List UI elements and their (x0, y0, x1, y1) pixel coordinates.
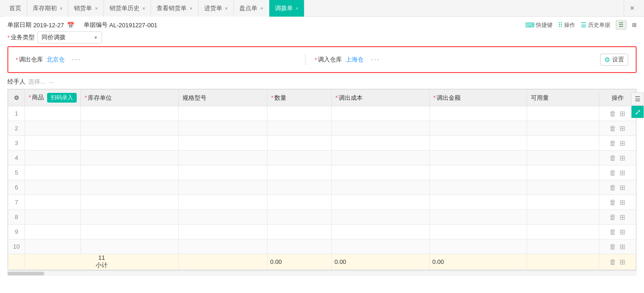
cell-qty[interactable] (267, 121, 331, 136)
copy-row-icon[interactable]: ⊞ (620, 139, 626, 147)
cell-amount[interactable] (429, 121, 527, 136)
cell-cost[interactable] (332, 210, 430, 225)
tab-sales-order[interactable]: 销货单 × (68, 0, 103, 17)
copy-row-icon[interactable]: ⊞ (620, 198, 626, 206)
cell-available[interactable] (527, 225, 599, 239)
cell-qty[interactable] (267, 106, 331, 121)
float-notes-btn[interactable]: ☰ (631, 92, 644, 105)
delete-row-icon[interactable]: 🗑 (609, 228, 616, 236)
cell-spec[interactable] (178, 225, 267, 239)
cell-unit[interactable] (81, 136, 179, 151)
cell-amount[interactable] (429, 106, 527, 121)
scroll-bar[interactable] (7, 270, 637, 276)
cell-unit[interactable] (81, 239, 179, 254)
operation-btn[interactable]: ⠿ 操作 (558, 21, 575, 29)
cell-unit[interactable] (81, 106, 179, 121)
copy-row-icon[interactable]: ⊞ (620, 183, 626, 191)
shortcut-btn[interactable]: ⌨ 快捷键 (525, 21, 553, 29)
cell-qty[interactable] (267, 180, 331, 195)
cell-product[interactable] (25, 180, 81, 195)
cell-cost[interactable] (332, 165, 430, 180)
close-purchase[interactable]: × (225, 6, 228, 11)
cell-qty[interactable] (267, 225, 331, 239)
cell-available[interactable] (527, 180, 599, 195)
copy-icon[interactable]: ⊞ (620, 258, 626, 266)
cell-cost[interactable] (332, 180, 430, 195)
cell-cost[interactable] (332, 239, 430, 254)
biz-type-select[interactable]: 同价调拨 ▼ (37, 31, 102, 43)
cell-cost[interactable] (332, 106, 430, 121)
agent-placeholder[interactable]: 选择... (28, 78, 45, 86)
cell-product[interactable] (25, 106, 81, 121)
scroll-thumb[interactable] (7, 272, 44, 275)
cell-amount[interactable] (429, 210, 527, 225)
delete-row-icon[interactable]: 🗑 (609, 213, 616, 221)
cell-available[interactable] (527, 210, 599, 225)
view-grid-btn[interactable]: ⊞ (632, 22, 637, 28)
cell-available[interactable] (527, 151, 599, 165)
copy-row-icon[interactable]: ⊞ (620, 228, 626, 236)
cell-available[interactable] (527, 121, 599, 136)
cell-spec[interactable] (178, 136, 267, 151)
cell-cost[interactable] (332, 225, 430, 239)
tab-home[interactable]: 首页 (4, 0, 27, 17)
cell-qty[interactable] (267, 151, 331, 165)
cell-amount[interactable] (429, 195, 527, 210)
cell-available[interactable] (527, 239, 599, 254)
cell-unit[interactable] (81, 121, 179, 136)
close-transfer[interactable]: × (296, 6, 298, 11)
cell-unit[interactable] (81, 195, 179, 210)
cell-product[interactable] (25, 136, 81, 151)
delete-row-icon[interactable]: 🗑 (609, 124, 616, 132)
cell-cost[interactable] (332, 136, 430, 151)
col-gear[interactable]: ⚙ (8, 90, 25, 106)
scan-btn[interactable]: 扫码录入 (47, 93, 77, 103)
delete-row-icon[interactable]: 🗑 (609, 183, 616, 191)
cell-unit[interactable] (81, 165, 179, 180)
cell-amount[interactable] (429, 180, 527, 195)
calendar-icon[interactable]: 📅 (67, 22, 74, 29)
cell-spec[interactable] (178, 151, 267, 165)
cell-cost[interactable] (332, 151, 430, 165)
delete-row-icon[interactable]: 🗑 (609, 139, 616, 147)
cell-spec[interactable] (178, 180, 267, 195)
cell-unit[interactable] (81, 151, 179, 165)
cell-cost[interactable] (332, 121, 430, 136)
cell-product[interactable] (25, 165, 81, 180)
tab-transfer[interactable]: 调拨单 × (269, 0, 304, 17)
delete-row-icon[interactable]: 🗑 (609, 154, 616, 162)
tab-purchase[interactable]: 进货单 × (199, 0, 234, 17)
cell-product[interactable] (25, 210, 81, 225)
delete-row-icon[interactable]: 🗑 (609, 198, 616, 206)
cell-amount[interactable] (429, 239, 527, 254)
warehouse-in-more[interactable]: ··· (371, 55, 380, 64)
copy-row-icon[interactable]: ⊞ (620, 243, 626, 250)
cell-product[interactable] (25, 225, 81, 239)
close-stocktake[interactable]: × (260, 6, 263, 11)
close-inventory-init[interactable]: × (60, 6, 62, 11)
copy-row-icon[interactable]: ⊞ (620, 124, 626, 132)
float-expand-btn[interactable]: ⤢ (631, 105, 644, 118)
cell-available[interactable] (527, 136, 599, 151)
cell-spec[interactable] (178, 195, 267, 210)
cell-available[interactable] (527, 195, 599, 210)
delete-row-icon[interactable]: 🗑 (609, 110, 616, 117)
close-sales-history[interactable]: × (142, 6, 145, 11)
cell-product[interactable] (25, 239, 81, 254)
tab-stocktake[interactable]: 盘点单 × (234, 0, 269, 17)
copy-row-icon[interactable]: ⊞ (620, 110, 626, 117)
history-btn[interactable]: ☰ 历史单据 (581, 21, 610, 29)
cell-product[interactable] (25, 195, 81, 210)
tab-inventory-init[interactable]: 库存期初 × (27, 0, 68, 17)
settings-btn[interactable]: ⚙ 设置 (600, 54, 628, 66)
view-list-btn[interactable]: ☰ (616, 20, 626, 30)
agent-more-btn[interactable]: ··· (49, 79, 54, 85)
cell-qty[interactable] (267, 195, 331, 210)
cell-qty[interactable] (267, 165, 331, 180)
cell-available[interactable] (527, 165, 599, 180)
cell-unit[interactable] (81, 225, 179, 239)
warehouse-out-more[interactable]: ··· (72, 55, 81, 64)
cell-spec[interactable] (178, 106, 267, 121)
cell-qty[interactable] (267, 239, 331, 254)
cell-amount[interactable] (429, 151, 527, 165)
